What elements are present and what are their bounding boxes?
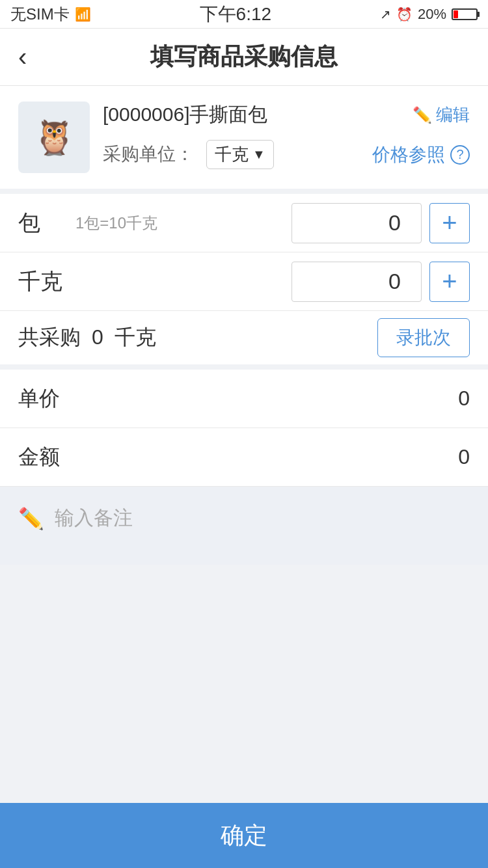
alarm-icon: ⏰: [396, 7, 413, 22]
product-image: 🦉: [18, 102, 90, 173]
edit-icon: ✏️: [413, 106, 432, 124]
status-time: 下午6:12: [200, 2, 272, 27]
bag-label: 包: [18, 208, 70, 238]
pencil-icon: ✏️: [18, 506, 44, 531]
status-right: ↗ ⏰ 20%: [380, 6, 478, 23]
confirm-button[interactable]: 确定: [0, 803, 488, 868]
dropdown-arrow-icon: ▼: [252, 147, 265, 162]
bag-input-right: +: [291, 203, 470, 243]
bag-input-row: 包 1包=10千克 +: [0, 194, 488, 252]
location-icon: ↗: [380, 7, 391, 22]
nav-bar: ‹ 填写商品采购信息: [0, 29, 488, 86]
price-row: 单价 0: [0, 370, 488, 428]
carrier-label: 无SIM卡: [10, 4, 70, 25]
kg-plus-button[interactable]: +: [429, 262, 470, 302]
product-name: [0000006]手撕面包: [103, 102, 267, 128]
product-card: 🦉 [0000006]手撕面包 ✏️ 编辑 采购单位： 千克 ▼ 价格参照 ?: [0, 86, 488, 194]
kg-input-right: +: [291, 262, 470, 302]
back-button[interactable]: ‹: [18, 42, 27, 72]
bag-plus-button[interactable]: +: [429, 203, 470, 243]
amount-label: 金额: [18, 443, 60, 472]
input-section: 包 1包=10千克 + 千克 +: [0, 194, 488, 311]
purchase-unit-label: 采购单位：: [103, 144, 194, 164]
kg-quantity-input[interactable]: [291, 262, 422, 302]
bottom-space: [0, 565, 488, 630]
purchase-unit-row: 采购单位： 千克 ▼ 价格参照 ?: [103, 140, 470, 169]
remark-section[interactable]: ✏️ 输入备注: [0, 487, 488, 565]
total-row: 共采购 0 千克 录批次: [0, 311, 488, 370]
total-label: 共采购 0 千克: [18, 323, 156, 352]
price-ref-button[interactable]: 价格参照 ?: [372, 142, 470, 167]
price-label: 单价: [18, 385, 60, 413]
price-value: 0: [458, 387, 470, 411]
unit-dropdown[interactable]: 千克 ▼: [206, 140, 274, 169]
product-info: [0000006]手撕面包 ✏️ 编辑 采购单位： 千克 ▼ 价格参照 ?: [103, 102, 470, 169]
remark-placeholder: 输入备注: [55, 505, 133, 532]
product-name-row: [0000006]手撕面包 ✏️ 编辑: [103, 102, 470, 128]
battery-icon: [452, 8, 478, 20]
battery-label: 20%: [418, 6, 446, 23]
amount-row: 金额 0: [0, 428, 488, 487]
bag-sub-label: 1包=10千克: [75, 213, 157, 234]
kg-input-row: 千克 +: [0, 252, 488, 311]
product-logo: 🦉: [28, 111, 80, 163]
bag-quantity-input[interactable]: [291, 203, 422, 243]
product-owl-icon: 🦉: [33, 118, 75, 157]
unit-value: 千克: [215, 143, 249, 166]
info-section: 单价 0 金额 0: [0, 370, 488, 487]
kg-label: 千克: [18, 267, 70, 297]
help-icon: ?: [450, 145, 470, 165]
page-title: 填写商品采购信息: [150, 41, 338, 73]
status-bar: 无SIM卡 📶 下午6:12 ↗ ⏰ 20%: [0, 0, 488, 29]
status-left: 无SIM卡 📶: [10, 4, 91, 25]
wifi-icon: 📶: [75, 7, 91, 22]
purchase-unit-area: 采购单位： 千克 ▼: [103, 140, 274, 169]
record-batch-button[interactable]: 录批次: [377, 318, 470, 357]
amount-value: 0: [458, 445, 470, 469]
edit-button[interactable]: ✏️ 编辑: [413, 103, 470, 126]
